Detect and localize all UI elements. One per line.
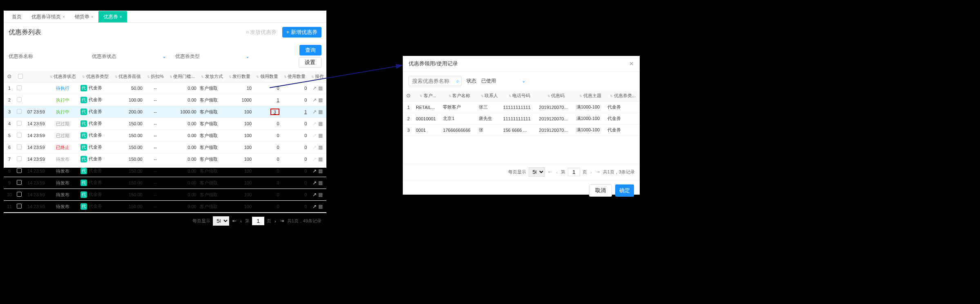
last-page-icon[interactable]: ⇥	[279, 218, 285, 224]
cancel-button[interactable]: 取消	[589, 184, 612, 197]
table-row[interactable]: 3000117666666666张156 6666 ...2019120070.…	[403, 124, 640, 136]
use-count-link[interactable]: 1	[304, 109, 307, 114]
column-header[interactable]: ⇅优惠主题	[575, 90, 606, 102]
column-header[interactable]: ⇅操作	[308, 71, 326, 82]
qrcode-icon[interactable]: ▦	[318, 204, 323, 209]
tab-首页[interactable]: 首页	[7, 11, 27, 22]
distribute-method: 客户领取	[198, 177, 226, 189]
qrcode-icon[interactable]: ▦	[318, 180, 323, 186]
search-coupon-input[interactable]	[409, 76, 462, 86]
table-row[interactable]: 814 23:59待发布代代金券150.00--0.00客户领取10000↗▦	[4, 165, 326, 177]
column-header[interactable]: ⇅使用门槛...	[166, 71, 198, 82]
column-header[interactable]: ⇅发行数量	[225, 71, 253, 82]
claim-count-link[interactable]: 1	[277, 98, 279, 102]
table-row[interactable]: 514 23:59已过期代代金券150.00--0.00客户领取10000↗▦	[4, 130, 326, 142]
first-page-icon[interactable]: ⇤	[232, 218, 237, 224]
column-header[interactable]: ⇅优惠码	[537, 90, 574, 102]
share-icon[interactable]: ↗	[313, 85, 317, 91]
column-header[interactable]: ⇅折扣%	[144, 71, 166, 82]
add-coupon-button[interactable]: + 新增优惠券	[282, 27, 322, 38]
settings-button[interactable]: 设置	[299, 57, 321, 68]
table-row[interactable]: 1待执行代代金券50.00--0.00客户领取1000↗▦	[4, 82, 326, 94]
column-header[interactable]: ⇅优惠券面值	[112, 71, 144, 82]
confirm-button[interactable]: 确定	[615, 184, 634, 197]
filter-type-select[interactable]: ⌄	[202, 52, 251, 60]
share-icon[interactable]: ↗	[313, 97, 317, 103]
tab-优惠券详情页[interactable]: 优惠券详情页×	[27, 11, 70, 22]
row-checkbox[interactable]	[17, 192, 22, 197]
column-header[interactable]: ⇅优惠券状态	[47, 71, 79, 82]
modal-status-select[interactable]: 已使用 ⌄	[481, 78, 530, 84]
next-page-icon[interactable]: ›	[274, 219, 277, 224]
close-icon[interactable]: ×	[91, 15, 94, 19]
share-icon: ↗	[313, 121, 317, 126]
distribute-coupon-button[interactable]: ⌗发放优惠券	[243, 27, 280, 38]
filter-name-input[interactable]	[36, 52, 85, 61]
coupon-type: 代金券	[89, 97, 102, 102]
table-row[interactable]: 2执行中代代金券100.00--0.00客户领取100010↗▦	[4, 94, 326, 106]
next-page-icon[interactable]: ›	[589, 170, 593, 175]
qrcode-icon[interactable]: ▦	[318, 85, 323, 91]
column-header[interactable]: ⇅使用数量	[281, 71, 309, 82]
row-checkbox[interactable]	[17, 121, 22, 126]
first-page-icon[interactable]: ⇤	[547, 169, 553, 175]
table-row[interactable]: 1RETAIL...零散客户张三111111111112019120070...…	[403, 102, 640, 113]
last-page-icon[interactable]: ⇥	[595, 169, 601, 175]
row-checkbox[interactable]	[17, 144, 22, 149]
table-row[interactable]: 614 23:59已终止代代金券150.00--0.00客户领取10000↗▦	[4, 142, 326, 153]
qrcode-icon[interactable]: ▦	[318, 144, 323, 150]
query-button[interactable]: 查询	[299, 45, 321, 55]
column-header[interactable]: ⇅领用数量	[253, 71, 281, 82]
search-icon[interactable]: ⌕	[456, 78, 459, 84]
qrcode-icon[interactable]: ▦	[318, 133, 323, 138]
column-header[interactable]: ⇅联系人	[477, 90, 501, 102]
qrcode-icon[interactable]: ▦	[318, 97, 323, 103]
prev-page-icon[interactable]: ‹	[239, 219, 243, 224]
issue-qty: 10	[225, 82, 253, 94]
per-page-select[interactable]: 50	[529, 167, 545, 177]
column-header[interactable]: ⇅客户名称	[441, 90, 477, 102]
table-row[interactable]: 200010001北京1唐先生111111111112019120070...满…	[403, 113, 640, 124]
table-row[interactable]: 414 23:59已过期代代金券150.00--0.00客户领取10000↗▦	[4, 118, 326, 130]
column-header[interactable]: ⇅发放方式	[198, 71, 226, 82]
table-row[interactable]: 1014 23:59待发布代代金券150.00--0.00客户领取10000↗▦	[4, 189, 326, 201]
table-row[interactable]: 714 23:59待发布代代金券150.00--0.00客户领取10000↗▦	[4, 153, 326, 165]
row-checkbox[interactable]	[17, 133, 22, 138]
qrcode-icon[interactable]: ▦	[318, 109, 323, 115]
select-all-checkbox[interactable]	[18, 74, 23, 79]
table-row[interactable]: 914 23:59待发布代代金券150.00--0.00客户领取10000↗▦	[4, 177, 326, 189]
close-icon[interactable]: ×	[120, 15, 122, 19]
row-checkbox[interactable]	[17, 180, 22, 185]
filter-status-select[interactable]: ⌄	[119, 52, 168, 60]
prev-page-icon[interactable]: ‹	[555, 170, 558, 175]
qrcode-icon[interactable]: ▦	[318, 121, 323, 126]
row-checkbox[interactable]	[17, 168, 22, 173]
column-header[interactable]: ⇅优惠券类...	[606, 90, 640, 102]
row-checkbox[interactable]	[17, 109, 22, 114]
tab-销货单[interactable]: 销货单×	[70, 11, 98, 22]
share-icon[interactable]: ↗	[313, 109, 317, 115]
row-checkbox[interactable]	[17, 97, 22, 102]
close-icon[interactable]: ×	[63, 15, 65, 19]
close-icon[interactable]: ✕	[629, 60, 634, 67]
row-checkbox[interactable]	[17, 85, 22, 90]
gear-icon[interactable]: ⚙	[7, 73, 12, 80]
row-checkbox[interactable]	[17, 156, 22, 161]
gear-icon[interactable]: ⚙	[406, 93, 411, 99]
column-header[interactable]: ⇅电话号码	[502, 90, 538, 102]
column-header[interactable]: ⇅客户...	[414, 90, 441, 102]
claim-count-link[interactable]: 3	[274, 109, 276, 114]
table-row[interactable]: 1114 23:59待发布代代金券150.00--0.00客户领取10000↗▦	[4, 201, 326, 213]
row-checkbox[interactable]	[17, 204, 22, 209]
page-input[interactable]	[568, 168, 580, 176]
tab-优惠券[interactable]: 优惠券×	[98, 11, 127, 22]
status-badge: 已终止	[54, 144, 71, 150]
qrcode-icon[interactable]: ▦	[318, 192, 323, 197]
qrcode-icon[interactable]: ▦	[318, 168, 323, 174]
per-page-select[interactable]: 50	[213, 216, 229, 226]
qrcode-icon[interactable]: ▦	[318, 156, 323, 162]
page-input[interactable]	[252, 217, 264, 225]
filter-type-label: 优惠券类型	[175, 53, 200, 60]
table-row[interactable]: 307 23:59执行中代代金券200.00--1000.00客户领取10031…	[4, 106, 326, 118]
column-header[interactable]: ⇅优惠券类型	[79, 71, 112, 82]
